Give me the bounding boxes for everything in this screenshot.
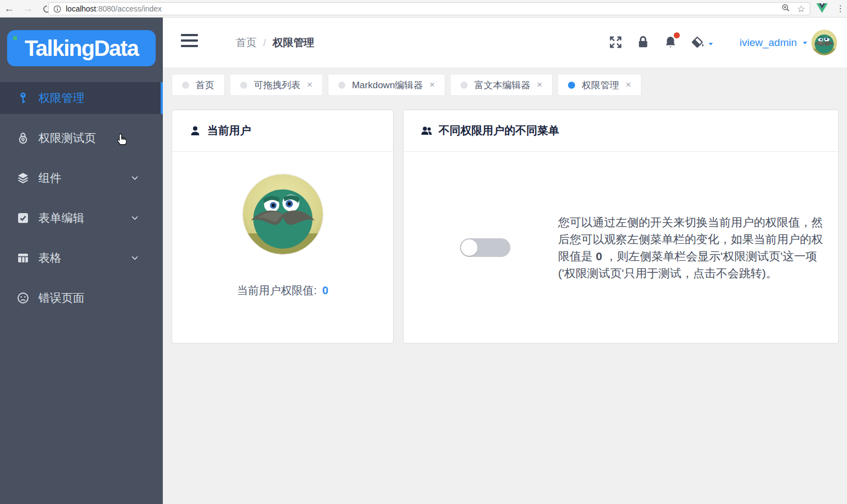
browser-forward-button[interactable]: → <box>19 0 37 18</box>
menu-switch-card: 不同权限用户的不同菜单 您可以通过左侧的开关来切换当前用户的权限值，然后您可以观… <box>403 110 839 343</box>
card-body: 当前用户权限值:0 <box>172 152 393 298</box>
breadcrumb-separator: / <box>263 37 266 49</box>
content-area: 当前用户 当前用户权限值:0 不同权限用户的不同菜单 <box>163 99 847 504</box>
breadcrumb-home[interactable]: 首页 <box>236 36 257 50</box>
caret-down-icon <box>801 39 809 47</box>
card-title: 不同权限用户的不同菜单 <box>439 123 559 138</box>
browser-back-button[interactable]: ← <box>0 0 19 18</box>
chevron-down-icon <box>130 173 140 183</box>
sidebar-item-error-pages[interactable]: 错误页面 <box>0 282 163 314</box>
card-body: 您可以通过左侧的开关来切换当前用户的权限值，然后您可以观察左侧菜单栏的变化，如果… <box>403 152 838 343</box>
sidebar-item-label: 错误页面 <box>38 290 84 306</box>
sidebar-item-access-admin[interactable]: 权限管理 <box>0 82 163 114</box>
talkingdata-logo[interactable]: TalkingData <box>7 30 156 66</box>
sad-face-icon <box>16 291 30 305</box>
card-header: 当前用户 <box>172 110 393 152</box>
collapse-menu-button[interactable] <box>181 34 198 47</box>
tag-draggable-list[interactable]: 可拖拽列表 × <box>230 74 323 96</box>
theme-caret-icon[interactable] <box>707 41 714 48</box>
lock-icon[interactable] <box>636 35 650 49</box>
sidebar-item-form-editor[interactable]: 表单编辑 <box>0 202 163 234</box>
access-toggle-switch[interactable] <box>460 238 510 257</box>
switch-description: 您可以通过左侧的开关来切换当前用户的权限值，然后您可以观察左侧菜单栏的变化，如果… <box>558 214 832 282</box>
tag-dot <box>338 82 345 89</box>
close-icon[interactable]: × <box>429 79 435 90</box>
browser-toolbar: ← → localhost:8080/access/index ☆ ⋮ <box>0 0 847 18</box>
main-header: 首页 / 权限管理 iview_admin <box>163 18 847 67</box>
url-text: localhost:8080/access/index <box>66 4 162 13</box>
close-icon[interactable]: × <box>626 79 631 90</box>
address-bar[interactable]: localhost:8080/access/index ☆ <box>48 2 810 15</box>
sidebar-item-label: 表格 <box>38 250 61 266</box>
sidebar-item-tables[interactable]: 表格 <box>0 242 163 274</box>
breadcrumb-current: 权限管理 <box>272 36 314 50</box>
key-icon <box>16 91 30 105</box>
user-avatar-image <box>242 174 323 255</box>
tag-dot <box>240 82 247 89</box>
sidebar-item-label: 表单编辑 <box>38 210 84 226</box>
access-value-line: 当前用户权限值:0 <box>172 283 393 298</box>
layers-icon <box>16 171 30 185</box>
close-icon[interactable]: × <box>307 79 312 90</box>
bookmark-star-icon[interactable]: ☆ <box>797 3 805 15</box>
tag-home[interactable]: 首页 <box>172 74 225 96</box>
sidebar-item-access-test[interactable]: 权限测试页 <box>0 122 163 154</box>
card-header: 不同权限用户的不同菜单 <box>403 110 838 152</box>
tag-dot <box>182 82 189 89</box>
chevron-down-icon <box>130 213 140 223</box>
tag-access-admin[interactable]: 权限管理 × <box>558 74 641 96</box>
sidebar-item-label: 权限测试页 <box>38 130 96 146</box>
browser-menu-icon[interactable]: ⋮ <box>836 0 845 18</box>
sidebar: TalkingData 权限管理 权限测试页 <box>0 18 163 504</box>
unlock-icon <box>16 131 30 145</box>
sidebar-item-label: 权限管理 <box>38 90 84 106</box>
close-icon[interactable]: × <box>537 79 542 90</box>
sidebar-item-label: 组件 <box>38 170 61 186</box>
tag-richtext-editor[interactable]: 富文本编辑器 × <box>450 74 553 96</box>
people-icon <box>420 124 433 138</box>
breadcrumb: 首页 / 权限管理 <box>236 36 314 50</box>
tag-markdown-editor[interactable]: Markdown编辑器 × <box>328 74 445 96</box>
fullscreen-icon[interactable] <box>609 35 623 49</box>
theme-bucket-icon[interactable] <box>691 35 705 49</box>
open-page-tags: 首页 可拖拽列表 × Markdown编辑器 × 富文本编辑器 × 权限管理 × <box>163 67 847 99</box>
sidebar-menu: 权限管理 权限测试页 组件 <box>0 82 163 322</box>
access-value: 0 <box>322 284 328 296</box>
vue-devtools-icon[interactable] <box>816 3 828 16</box>
person-icon <box>189 124 202 138</box>
mouse-cursor <box>115 133 129 148</box>
table-icon <box>16 251 30 265</box>
page-info-icon[interactable] <box>53 5 61 13</box>
sidebar-item-components[interactable]: 组件 <box>0 162 163 194</box>
notification-badge <box>674 32 680 38</box>
tag-dot-active <box>568 82 575 89</box>
logo-accent-square <box>13 36 17 40</box>
current-user-card: 当前用户 当前用户权限值:0 <box>172 110 394 343</box>
logo-text: TalkingData <box>25 36 138 61</box>
toggle-knob <box>461 239 477 256</box>
user-dropdown[interactable]: iview_admin <box>740 37 809 49</box>
username-text: iview_admin <box>740 37 797 49</box>
checkbox-icon <box>16 211 30 225</box>
tag-dot <box>461 82 468 89</box>
card-title: 当前用户 <box>207 123 251 138</box>
avatar[interactable] <box>811 30 837 55</box>
chevron-down-icon <box>130 253 140 263</box>
zoom-page-icon[interactable] <box>781 3 791 15</box>
